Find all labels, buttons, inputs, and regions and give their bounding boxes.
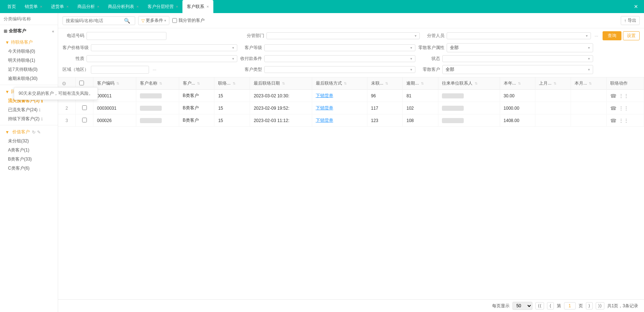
th-contact-person[interactable]: 往来单位联系人 ⇅ (438, 77, 500, 90)
page-last-btn[interactable]: ⟩⟩ (596, 302, 604, 309)
sidebar-item-overdue-contact[interactable]: 逾期未联络(30) (0, 74, 58, 83)
sidebar-item-class-a[interactable]: A类客户(1) (0, 146, 58, 155)
row-3-this-month (571, 114, 607, 127)
row-3-contact-icon[interactable]: ☎ (610, 118, 616, 123)
row-3-more-icon[interactable]: ⋮⋮ (619, 118, 629, 123)
page-input[interactable] (564, 302, 576, 309)
tab-customer-contact[interactable]: 客户联系 × (182, 0, 213, 13)
page-size-select[interactable]: 50 100 200 (512, 302, 532, 310)
my-customers-check[interactable]: 我分管的客户 (172, 17, 205, 24)
chevron-payment: ▾ (410, 57, 412, 61)
row-3-this-year: 1408.00 (500, 114, 535, 127)
payment-label: 收付款条件 (240, 56, 262, 62)
th-last-method[interactable]: 最后联络方式 ⇅ (312, 77, 367, 90)
region-input[interactable] (91, 66, 149, 74)
edit-icon[interactable]: ✎ (37, 130, 41, 135)
th-this-month[interactable]: 本月... ⇅ (571, 77, 607, 90)
th-last-date[interactable]: 最后联络日期 ⇅ (250, 77, 312, 90)
page-prev-btn[interactable]: ⟨ (547, 302, 554, 309)
th-name[interactable]: 客户名称 ⇅ (136, 77, 179, 90)
tab-customer-segment-close[interactable]: × (176, 4, 178, 9)
row-1-contact-icon[interactable]: ☎ (610, 93, 616, 99)
th-this-year[interactable]: 本年... ⇅ (500, 77, 535, 90)
row-2-method-link[interactable]: 下销货单 (316, 105, 333, 110)
tab-purchase-order[interactable]: 进货单 × (47, 0, 73, 13)
tab-home[interactable]: 首页 (3, 0, 20, 13)
tab-product-analysis-list-close[interactable]: × (136, 4, 138, 9)
customer-level-select[interactable]: ▾ (264, 44, 415, 51)
person-more[interactable]: ··· (593, 33, 600, 39)
sidebar-item-class-c[interactable]: C类客户(6) (0, 164, 58, 173)
row-3-contact: 15 (214, 114, 250, 127)
row-2-more-icon[interactable]: ⋮⋮ (619, 105, 629, 111)
tab-customer-contact-close[interactable]: × (206, 4, 209, 9)
collapse-icon[interactable]: « (52, 29, 54, 33)
region-more[interactable]: ··· (151, 67, 158, 72)
row-1-method-link[interactable]: 下销货单 (316, 93, 333, 98)
row-2-contact-icon[interactable]: ☎ (610, 105, 616, 111)
th-type[interactable]: 客户... ⇅ (179, 77, 214, 90)
row-3-checkbox[interactable] (82, 118, 87, 122)
filter-cell-dept: 分管部门 ▾ (242, 32, 419, 39)
row-1-more-icon[interactable]: ⋮⋮ (619, 93, 629, 99)
sidebar-group-pending-contact[interactable]: ▼ 待联络客户 (0, 37, 58, 47)
tab-product-analysis-list[interactable]: 商品分析列表 × (104, 0, 143, 13)
my-customers-checkbox[interactable] (172, 18, 177, 23)
sidebar-all-customers[interactable]: ⊞ 全部客户 « (0, 25, 58, 37)
select-all-checkbox[interactable] (79, 81, 84, 85)
page-label: 第 (557, 303, 561, 309)
sidebar-item-churned[interactable]: 已流失客户(24) ℹ (0, 105, 58, 114)
search-button[interactable]: 🔍 (124, 18, 130, 24)
advanced-filter-panel: 电话号码 分管部门 ▾ 分管人员 ▾ ··· (58, 28, 644, 77)
sidebar-item-class-b[interactable]: B类客户(33) (0, 155, 58, 164)
tab-product-analysis-close[interactable]: × (97, 4, 99, 9)
more-conditions-button[interactable]: ▽ 更多条件 ▾ (138, 16, 169, 25)
zero-customer-select[interactable]: 全部 ▾ (442, 65, 593, 74)
row-3-method-link[interactable]: 下销货单 (316, 118, 333, 123)
chevron-zero-attr: ▾ (588, 46, 590, 50)
sidebar-item-tomorrow-pending[interactable]: 明天待联络(1) (0, 56, 58, 65)
status-select[interactable]: ▾ (442, 55, 593, 62)
price-level-select[interactable]: ▾ (91, 44, 237, 51)
tab-purchase-order-close[interactable]: × (66, 4, 68, 9)
refresh-icon[interactable]: ↻ (32, 130, 36, 135)
sidebar-item-declining[interactable]: 持续下滑客户(2) ℹ (0, 114, 58, 123)
sidebar-item-today-pending[interactable]: 今天待联络(0) (0, 47, 58, 56)
nature-select[interactable]: ▾ (86, 55, 237, 62)
customer-type-select[interactable]: ▾ (264, 66, 415, 73)
row-3-last-date: 2023-02-03 11:12: (250, 114, 312, 127)
customer-level-label: 客户等级 (240, 45, 262, 51)
settings-button[interactable]: 设置 (623, 31, 640, 40)
sidebar-group-value[interactable]: ▼ 价值客户 ↻ ✎ (0, 127, 58, 137)
chevron-nature: ▾ (232, 57, 234, 61)
export-button[interactable]: ↑ 导出 (621, 16, 640, 25)
tab-sales-order[interactable]: 销货单 × (20, 0, 47, 13)
tab-sales-order-close[interactable]: × (40, 4, 42, 9)
gear-icon[interactable]: ⚙ (62, 81, 67, 86)
tab-sales-order-label: 销货单 (25, 4, 38, 10)
tab-customer-segment[interactable]: 客户分层经营 × (143, 0, 182, 13)
page-next-btn[interactable]: ⟩ (586, 302, 593, 309)
sidebar-search-input[interactable] (4, 16, 58, 21)
zero-attr-select[interactable]: 全部 ▾ (447, 43, 593, 52)
sort-type-icon: ⇅ (197, 81, 200, 85)
payment-select[interactable]: ▾ (264, 55, 415, 62)
query-button[interactable]: 查询 (603, 31, 621, 40)
row-2-contact: 15 (214, 102, 250, 114)
window-close-btn[interactable]: ✕ (631, 4, 641, 9)
th-code[interactable]: 客户编码 ⇅ (93, 77, 136, 90)
th-not-contacted[interactable]: 未联... ⇅ (367, 77, 403, 90)
th-overdue[interactable]: 逾期... ⇅ (403, 77, 438, 90)
filter-icon: ▽ (141, 18, 145, 23)
search-input[interactable] (66, 18, 124, 23)
th-contact[interactable]: 联络... ⇅ (214, 77, 250, 90)
page-first-btn[interactable]: ⟨⟨ (535, 302, 544, 309)
dept-select[interactable]: ▾ (266, 32, 419, 39)
phone-input[interactable] (86, 32, 166, 40)
tab-product-analysis[interactable]: 商品分析 × (73, 0, 104, 13)
row-2-checkbox[interactable] (82, 105, 87, 110)
sidebar-item-unclassified[interactable]: 未分组(32) (0, 137, 58, 146)
person-select[interactable]: ▾ (447, 32, 591, 39)
th-last-month[interactable]: 上月... ⇅ (535, 77, 571, 90)
sidebar-item-week-pending[interactable]: 近7天待联络(0) (0, 65, 58, 74)
